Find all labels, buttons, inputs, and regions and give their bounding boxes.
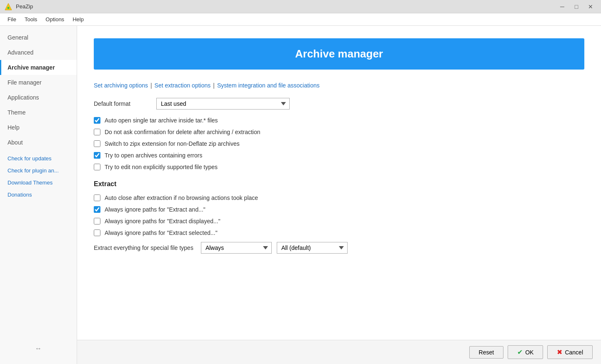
system-integration-link[interactable]: System integration and file associations <box>217 82 320 89</box>
menu-file[interactable]: File <box>3 15 20 24</box>
minimize-button[interactable]: ─ <box>556 2 568 11</box>
maximize-button[interactable]: □ <box>570 2 583 11</box>
always-ignore-paths-selected-label: Always ignore paths for "Extract selecte… <box>105 229 218 236</box>
titlebar-title: PeaZip <box>16 3 556 10</box>
auto-open-tar-label: Auto open single tar archive inside tar.… <box>105 117 218 124</box>
menubar: File Tools Options Help <box>0 13 601 26</box>
bottom-bar: Reset ✔ OK ✖ Cancel <box>77 340 601 364</box>
checkbox-no-confirm-delete: Do not ask confirmation for delete after… <box>94 129 584 135</box>
checkbox-auto-close-extraction: Auto close after extraction if no browsi… <box>94 194 584 201</box>
no-confirm-delete-label: Do not ask confirmation for delete after… <box>105 129 260 135</box>
sidebar-resize-button[interactable]: ↔ <box>8 342 69 356</box>
sidebar-item-check-plugin[interactable]: Check for plugin an... <box>0 165 77 177</box>
checkbox-always-ignore-paths-displayed: Always ignore paths for "Extract display… <box>94 218 584 224</box>
always-ignore-paths-displayed-checkbox[interactable] <box>94 218 100 224</box>
checkbox-try-open-errors: Try to open archives containing errors <box>94 152 584 159</box>
reset-button[interactable]: Reset <box>469 346 504 359</box>
auto-close-extraction-checkbox[interactable] <box>94 194 100 201</box>
extract-section-heading: Extract <box>94 180 584 188</box>
reset-label: Reset <box>479 349 494 356</box>
extract-special-frequency-select[interactable]: Always Never Ask <box>201 242 272 254</box>
sidebar-item-donations[interactable]: Donations <box>0 189 77 201</box>
default-format-row: Default format Last used ZIP 7Z TAR GZ B… <box>94 98 584 110</box>
set-archiving-link[interactable]: Set archiving options <box>94 82 148 89</box>
titlebar-controls: ─ □ ✕ <box>556 2 597 11</box>
checkbox-try-edit-non-supported: Try to edit non explicitly supported fil… <box>94 164 584 170</box>
sidebar-item-download-themes[interactable]: Download Themes <box>0 177 77 189</box>
cancel-icon: ✖ <box>557 348 562 356</box>
menu-options[interactable]: Options <box>41 15 68 24</box>
try-edit-non-supported-checkbox[interactable] <box>94 164 100 170</box>
close-button[interactable]: ✕ <box>584 2 597 11</box>
always-ignore-paths-displayed-label: Always ignore paths for "Extract display… <box>105 218 220 224</box>
sidebar-item-applications[interactable]: Applications <box>0 90 77 105</box>
cancel-button[interactable]: ✖ Cancel <box>547 345 593 359</box>
always-ignore-paths-and-label: Always ignore paths for "Extract and..." <box>105 206 205 213</box>
switch-zipx-label: Switch to zipx extension for non-Deflate… <box>105 140 240 147</box>
sidebar-item-archive-manager[interactable]: Archive manager <box>0 60 77 75</box>
main-layout: General Advanced Archive manager File ma… <box>0 26 601 364</box>
try-edit-non-supported-label: Try to edit non explicitly supported fil… <box>105 164 218 170</box>
checkbox-always-ignore-paths-selected: Always ignore paths for "Extract selecte… <box>94 229 584 236</box>
link-separator-2: | <box>213 82 215 89</box>
checkbox-auto-open-tar: Auto open single tar archive inside tar.… <box>94 117 584 124</box>
content-area: Archive manager Set archiving options | … <box>77 26 601 340</box>
sidebar-item-about[interactable]: About <box>0 135 77 150</box>
default-format-label: Default format <box>94 100 156 107</box>
sidebar-item-general[interactable]: General <box>0 30 77 45</box>
switch-zipx-checkbox[interactable] <box>94 140 100 147</box>
set-extraction-link[interactable]: Set extraction options <box>155 82 211 89</box>
sidebar-item-help[interactable]: Help <box>0 120 77 135</box>
link-separator-1: | <box>150 82 152 89</box>
cancel-label: Cancel <box>565 349 583 356</box>
extract-special-type-select[interactable]: All (default) Images Documents Audio Vid… <box>277 242 348 254</box>
always-ignore-paths-selected-checkbox[interactable] <box>94 229 100 236</box>
menu-help[interactable]: Help <box>68 15 88 24</box>
menu-tools[interactable]: Tools <box>20 15 41 24</box>
auto-close-extraction-label: Auto close after extraction if no browsi… <box>105 194 258 201</box>
svg-point-1 <box>8 7 10 9</box>
sidebar-item-file-manager[interactable]: File manager <box>0 75 77 90</box>
svg-marker-0 <box>5 3 12 10</box>
always-ignore-paths-and-checkbox[interactable] <box>94 206 100 213</box>
extract-special-row: Extract everything for special file type… <box>94 242 584 254</box>
sidebar-item-theme[interactable]: Theme <box>0 105 77 120</box>
app-logo-icon <box>4 2 13 11</box>
ok-label: OK <box>525 349 533 356</box>
sidebar: General Advanced Archive manager File ma… <box>0 26 77 364</box>
header-banner: Archive manager <box>94 38 584 70</box>
default-format-select[interactable]: Last used ZIP 7Z TAR GZ BZ2 WIM <box>156 98 290 110</box>
ok-icon: ✔ <box>517 348 523 356</box>
checkbox-always-ignore-paths-and: Always ignore paths for "Extract and..." <box>94 206 584 213</box>
sidebar-item-check-updates[interactable]: Check for updates <box>0 152 77 165</box>
try-open-errors-checkbox[interactable] <box>94 152 100 159</box>
auto-open-tar-checkbox[interactable] <box>94 117 100 124</box>
extract-special-label: Extract everything for special file type… <box>94 244 193 251</box>
try-open-errors-label: Try to open archives containing errors <box>105 152 202 159</box>
sidebar-item-advanced[interactable]: Advanced <box>0 45 77 60</box>
checkbox-switch-zipx: Switch to zipx extension for non-Deflate… <box>94 140 584 147</box>
titlebar: PeaZip ─ □ ✕ <box>0 0 601 13</box>
ok-button[interactable]: ✔ OK <box>508 345 543 359</box>
no-confirm-delete-checkbox[interactable] <box>94 129 100 135</box>
links-row: Set archiving options | Set extraction o… <box>94 82 584 89</box>
